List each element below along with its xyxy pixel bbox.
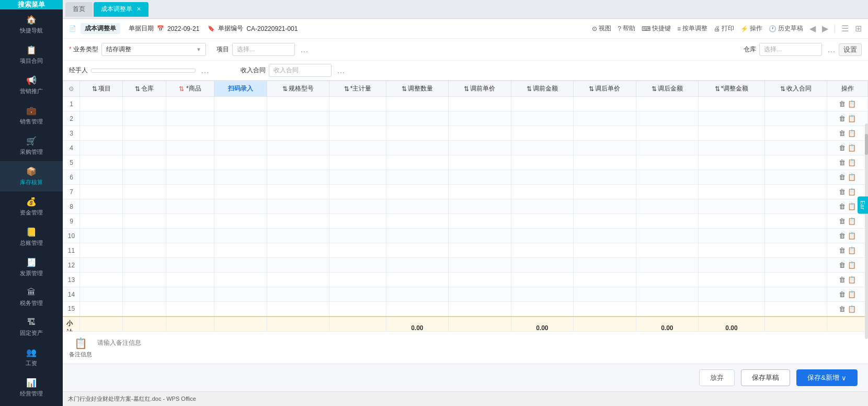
cell-6[interactable] xyxy=(386,97,449,111)
delete-row-icon[interactable]: 🗑 xyxy=(839,261,846,269)
cell-9[interactable] xyxy=(574,287,636,302)
cell-3[interactable] xyxy=(214,170,267,185)
cell-3[interactable] xyxy=(214,199,267,214)
project-more-icon[interactable]: … xyxy=(300,45,309,54)
nav-next[interactable]: ▶ xyxy=(822,24,828,33)
sidebar-item-quick-nav[interactable]: 🏠 快捷导航 xyxy=(0,9,63,40)
cell-2[interactable] xyxy=(166,155,214,170)
cell-0[interactable] xyxy=(80,185,123,199)
cell-12[interactable] xyxy=(764,97,827,111)
cell-7[interactable] xyxy=(449,97,511,111)
cell-6[interactable] xyxy=(386,258,449,273)
cell-10[interactable] xyxy=(636,258,699,273)
save-new-button[interactable]: 保存&新增 ∨ xyxy=(796,369,858,386)
copy-row-icon[interactable]: 📋 xyxy=(848,290,856,298)
cell-5[interactable] xyxy=(329,141,386,155)
cell-9[interactable] xyxy=(574,229,636,243)
cell-1[interactable] xyxy=(123,258,166,273)
cell-11[interactable] xyxy=(699,199,765,214)
cell-7[interactable] xyxy=(449,111,511,126)
cell-3[interactable] xyxy=(214,141,267,155)
action-history[interactable]: 🕐 历史草稿 xyxy=(769,24,803,33)
cell-8[interactable] xyxy=(511,155,574,170)
cell-11[interactable] xyxy=(699,126,765,141)
cell-2[interactable] xyxy=(166,141,214,155)
cell-3[interactable] xyxy=(214,229,267,243)
cell-6[interactable] xyxy=(386,155,449,170)
cell-4[interactable] xyxy=(267,111,329,126)
delete-row-icon[interactable]: 🗑 xyxy=(839,188,846,196)
cell-7[interactable] xyxy=(449,126,511,141)
cell-0[interactable] xyxy=(80,273,123,287)
cell-12[interactable] xyxy=(764,170,827,185)
cell-7[interactable] xyxy=(449,185,511,199)
cell-12[interactable] xyxy=(764,273,827,287)
cell-1[interactable] xyxy=(123,214,166,229)
sidebar-item-project-contract[interactable]: 📋 项目合同 xyxy=(0,40,63,70)
cell-2[interactable] xyxy=(166,302,214,317)
cell-0[interactable] xyxy=(80,302,123,317)
cell-1[interactable] xyxy=(123,287,166,302)
cell-6[interactable] xyxy=(386,229,449,243)
cell-7[interactable] xyxy=(449,199,511,214)
cell-9[interactable] xyxy=(574,214,636,229)
cell-6[interactable] xyxy=(386,243,449,258)
cell-10[interactable] xyxy=(636,273,699,287)
agent-more-icon[interactable]: … xyxy=(201,66,209,75)
sidebar-logo[interactable]: 搜索菜单 xyxy=(0,0,63,9)
cell-7[interactable] xyxy=(449,243,511,258)
cell-1[interactable] xyxy=(123,273,166,287)
cell-0[interactable] xyxy=(80,141,123,155)
cell-10[interactable] xyxy=(636,185,699,199)
cell-10[interactable] xyxy=(636,141,699,155)
view-list-icon[interactable]: ☰ xyxy=(841,24,849,33)
delete-row-icon[interactable]: 🗑 xyxy=(839,232,846,240)
cell-2[interactable] xyxy=(166,126,214,141)
income-contract-input[interactable]: 收入合同 xyxy=(269,64,332,77)
cell-7[interactable] xyxy=(449,287,511,302)
cell-5[interactable] xyxy=(329,214,386,229)
right-edge-tab[interactable]: Ear xyxy=(858,196,868,213)
cell-11[interactable] xyxy=(699,287,765,302)
cell-4[interactable] xyxy=(267,170,329,185)
cell-0[interactable] xyxy=(80,97,123,111)
cell-1[interactable] xyxy=(123,199,166,214)
cell-5[interactable] xyxy=(329,97,386,111)
col-scan-input[interactable]: 扫码录入 xyxy=(214,81,267,97)
copy-row-icon[interactable]: 📋 xyxy=(848,188,856,196)
cell-5[interactable] xyxy=(329,302,386,317)
cell-6[interactable] xyxy=(386,141,449,155)
cell-8[interactable] xyxy=(511,111,574,126)
cell-0[interactable] xyxy=(80,287,123,302)
copy-row-icon[interactable]: 📋 xyxy=(848,159,856,166)
cell-3[interactable] xyxy=(214,97,267,111)
cell-1[interactable] xyxy=(123,111,166,126)
cell-4[interactable] xyxy=(267,243,329,258)
cell-11[interactable] xyxy=(699,302,765,317)
sidebar-item-inventory[interactable]: 📦 库存核算 xyxy=(0,161,63,191)
cell-6[interactable] xyxy=(386,214,449,229)
warehouse-input[interactable]: 选择... xyxy=(759,43,822,56)
cell-2[interactable] xyxy=(166,185,214,199)
cell-3[interactable] xyxy=(214,214,267,229)
settings-button[interactable]: 设置 xyxy=(839,43,862,56)
cell-9[interactable] xyxy=(574,243,636,258)
cell-11[interactable] xyxy=(699,170,765,185)
sidebar-item-tax-mgmt[interactable]: 🏛 税务管理 xyxy=(0,283,63,312)
cell-4[interactable] xyxy=(267,155,329,170)
cell-1[interactable] xyxy=(123,302,166,317)
cell-8[interactable] xyxy=(511,214,574,229)
sidebar-item-ledger-mgmt[interactable]: 📒 总账管理 xyxy=(0,222,63,252)
copy-row-icon[interactable]: 📋 xyxy=(848,217,856,225)
cell-5[interactable] xyxy=(329,229,386,243)
cell-12[interactable] xyxy=(764,214,827,229)
cell-11[interactable] xyxy=(699,111,765,126)
cell-2[interactable] xyxy=(166,214,214,229)
sidebar-item-ops-mgmt[interactable]: 📊 经营管理 xyxy=(0,373,63,403)
copy-row-icon[interactable]: 📋 xyxy=(848,144,856,152)
cell-3[interactable] xyxy=(214,302,267,317)
discard-button[interactable]: 放弃 xyxy=(699,369,735,386)
copy-row-icon[interactable]: 📋 xyxy=(848,173,856,181)
cell-9[interactable] xyxy=(574,170,636,185)
action-help[interactable]: ? 帮助 xyxy=(618,24,635,33)
